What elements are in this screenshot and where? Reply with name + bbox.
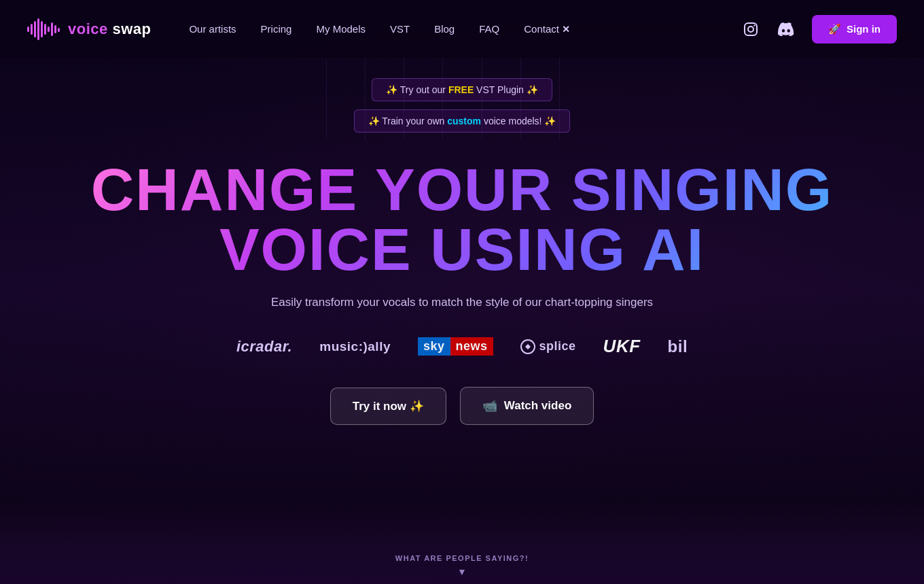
svg-point-12 [753, 24, 755, 26]
nav-link-my-models[interactable]: My Models [305, 18, 376, 40]
cta-buttons: Try it now ✨ 📹 Watch video [330, 387, 594, 425]
nav-link-our-artists[interactable]: Our artists [178, 18, 247, 40]
hero-title: CHANGE YOUR SINGING VOICE USING AI [91, 160, 834, 279]
hero-section: ✨ Try out our FREE VST Plugin ✨ ✨ Train … [0, 58, 924, 584]
svg-rect-2 [34, 21, 36, 37]
svg-rect-7 [51, 22, 53, 36]
nav-icons [739, 17, 798, 41]
sign-in-button[interactable]: 🚀 Sign in [812, 15, 897, 44]
instagram-button[interactable] [739, 17, 763, 41]
sign-in-label: Sign in [847, 23, 881, 35]
watch-video-button[interactable]: 📹 Watch video [460, 387, 594, 425]
svg-rect-3 [37, 18, 39, 40]
nav-link-faq[interactable]: FAQ [468, 18, 510, 40]
svg-rect-0 [27, 27, 29, 32]
media-logos: icradar. music:)ally sky news splice UKF… [236, 336, 688, 357]
svg-rect-1 [31, 24, 33, 35]
nav-link-pricing[interactable]: Pricing [250, 18, 303, 40]
scroll-arrow[interactable]: ▼ [457, 566, 467, 577]
nav-links: Our artists Pricing My Models VST Blog F… [178, 18, 739, 40]
section-label: WHAT ARE PEOPLE SAYING?! [395, 554, 529, 562]
svg-rect-6 [48, 27, 50, 32]
hero-subtitle: Easily transform your vocals to match th… [271, 293, 653, 311]
svg-rect-8 [54, 25, 56, 33]
nav-link-vst[interactable]: VST [379, 18, 421, 40]
bil-logo: bil [668, 337, 688, 356]
ukf-logo: UKF [603, 336, 641, 357]
nav-link-blog[interactable]: Blog [423, 18, 465, 40]
nav-link-contact[interactable]: Contact ✕ [513, 18, 581, 40]
hero-title-line2: VOICE USING AI [219, 216, 705, 283]
video-icon: 📹 [482, 398, 497, 413]
navbar: voice swap Our artists Pricing My Models… [0, 0, 924, 58]
splice-label: splice [539, 339, 576, 354]
try-it-now-label: Try it now ✨ [353, 400, 424, 413]
skynews-logo: sky news [418, 337, 493, 356]
vst-banner[interactable]: ✨ Try out our FREE VST Plugin ✨ [372, 78, 552, 101]
svg-rect-5 [44, 24, 46, 35]
bottom-section: WHAT ARE PEOPLE SAYING?! ▼ [0, 547, 924, 584]
logo[interactable]: voice swap [27, 18, 151, 40]
splice-logo: splice [520, 339, 576, 354]
logo-text: voice swap [68, 20, 151, 38]
svg-point-11 [748, 27, 753, 32]
discord-button[interactable] [774, 17, 798, 41]
watch-video-label: Watch video [504, 399, 572, 413]
svg-rect-4 [41, 21, 43, 37]
logo-waveform [27, 18, 61, 40]
hero-title-line1: CHANGE YOUR SINGING [91, 156, 834, 223]
sky-label: sky [418, 337, 450, 356]
custom-banner[interactable]: ✨ Train your own custom voice models! ✨ [354, 109, 571, 133]
musicaly-logo: music:)ally [319, 339, 391, 354]
vst-banner-text: ✨ Try out our FREE VST Plugin ✨ [386, 84, 538, 95]
news-label: news [450, 337, 493, 356]
try-it-now-button[interactable]: Try it now ✨ [330, 388, 446, 425]
rocket-icon: 🚀 [828, 23, 841, 35]
svg-rect-9 [58, 28, 60, 32]
custom-banner-text: ✨ Train your own custom voice models! ✨ [368, 116, 556, 126]
icradar-logo: icradar. [236, 338, 292, 356]
